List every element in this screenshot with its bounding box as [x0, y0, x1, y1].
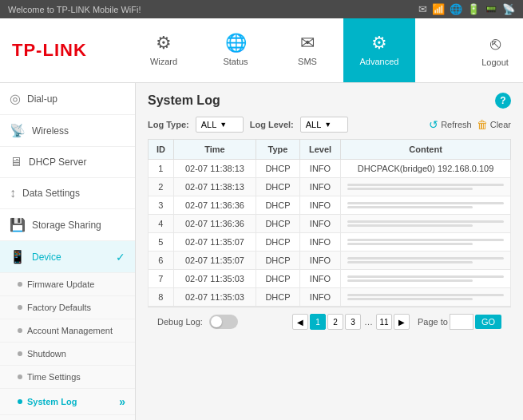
debug-log-toggle[interactable]: [209, 315, 238, 329]
content-placeholder: [347, 275, 504, 282]
wizard-icon: ⚙: [156, 33, 172, 53]
dial-up-icon: ◎: [10, 91, 21, 106]
tab-status[interactable]: 🌐 Status: [200, 18, 271, 82]
cell-content: [341, 270, 511, 288]
cell-id: 8: [149, 288, 174, 307]
cell-level: INFO: [299, 160, 340, 178]
sidebar-item-storage-sharing[interactable]: 💾 Storage Sharing: [0, 209, 135, 241]
content-placeholder: [347, 202, 504, 208]
cell-level: INFO: [299, 196, 340, 215]
sidebar-label-dial-up: Dial-up: [27, 93, 57, 105]
log-level-dropdown-icon: ▼: [324, 121, 331, 129]
cell-level: INFO: [299, 178, 340, 196]
sidebar-item-about-device[interactable]: About Device: [0, 415, 135, 420]
cell-content: [341, 233, 511, 252]
tab-wizard[interactable]: ⚙ Wizard: [128, 18, 200, 82]
sidebar-item-dial-up[interactable]: ◎ Dial-up: [0, 83, 135, 115]
time-settings-label: Time Settings: [27, 372, 81, 382]
top-bar-title: Welcome to TP-LINK Mobile WiFi!: [8, 5, 141, 14]
next-page-button[interactable]: ▶: [394, 314, 410, 330]
content-placeholder: [347, 257, 504, 263]
cell-content: [341, 288, 511, 307]
page-3-button[interactable]: 3: [345, 314, 361, 330]
clear-button[interactable]: 🗑 Clear: [477, 118, 511, 131]
go-button[interactable]: GO: [475, 315, 501, 329]
sidebar-item-time-settings[interactable]: Time Settings: [0, 366, 135, 389]
col-header-level: Level: [299, 140, 340, 160]
table-row: 502-07 11:35:07DHCPINFO: [149, 233, 511, 252]
placeholder-line-2: [347, 188, 473, 190]
prev-page-button[interactable]: ◀: [292, 314, 308, 330]
data-settings-icon: ↕: [10, 186, 16, 200]
cell-type: DHCP: [256, 288, 300, 307]
account-management-label: Account Management: [27, 326, 113, 335]
wireless-icon: 📡: [10, 123, 26, 138]
cell-level: INFO: [299, 270, 340, 288]
refresh-label: Refresh: [441, 120, 472, 129]
cell-id: 3: [149, 196, 174, 215]
cell-time: 02-07 11:35:03: [173, 288, 256, 307]
cell-content: [341, 178, 511, 196]
sidebar-item-data-settings[interactable]: ↕ Data Settings: [0, 178, 135, 209]
table-row: 102-07 11:38:13DHCPINFODHCPACK(bridge0) …: [149, 160, 511, 178]
email-icon: ✉: [418, 3, 427, 15]
content-header: System Log ?: [148, 93, 511, 109]
logo: TP-LINK: [12, 40, 87, 61]
bottom-bar: Debug Log: ◀ 1 2 3 … 11 ▶ Page to GO: [148, 307, 511, 336]
page-11-button[interactable]: 11: [376, 314, 392, 330]
tab-sms[interactable]: ✉ SMS: [271, 18, 343, 82]
sim-icon: 📟: [485, 3, 497, 15]
logout-button[interactable]: ⎋ Logout: [467, 26, 523, 75]
cell-id: 7: [149, 270, 174, 288]
sidebar: ◎ Dial-up 📡 Wireless 🖥 DHCP Server ↕ Dat…: [0, 83, 136, 420]
log-type-select[interactable]: ALL ▼: [196, 117, 244, 133]
help-icon[interactable]: ?: [495, 93, 511, 109]
placeholder-line-2: [347, 261, 473, 263]
sidebar-item-account-management[interactable]: Account Management: [0, 319, 135, 343]
main-layout: ◎ Dial-up 📡 Wireless 🖥 DHCP Server ↕ Dat…: [0, 83, 523, 420]
device-check-icon: ✓: [116, 251, 125, 263]
cell-level: INFO: [299, 288, 340, 307]
log-level-select[interactable]: ALL ▼: [300, 117, 348, 133]
cell-id: 2: [149, 178, 174, 196]
cell-type: DHCP: [256, 196, 300, 215]
placeholder-line-2: [347, 298, 473, 300]
sidebar-item-device[interactable]: 📱 Device ✓: [0, 241, 135, 273]
page-input[interactable]: [450, 314, 473, 330]
col-header-id: ID: [149, 140, 174, 160]
page-2-button[interactable]: 2: [327, 314, 343, 330]
sidebar-item-shutdown[interactable]: Shutdown: [0, 343, 135, 366]
cell-time: 02-07 11:38:13: [173, 160, 256, 178]
sidebar-label-data-settings: Data Settings: [22, 188, 80, 199]
refresh-button[interactable]: ↺ Refresh: [429, 118, 472, 131]
sidebar-item-wireless[interactable]: 📡 Wireless: [0, 115, 135, 147]
sidebar-item-dhcp[interactable]: 🖥 DHCP Server: [0, 147, 135, 178]
dot-system-log: [18, 399, 22, 404]
cell-time: 02-07 11:35:07: [173, 233, 256, 252]
factory-defaults-label: Factory Defaults: [27, 303, 91, 312]
tab-advanced[interactable]: ⚙ Advanced: [343, 18, 415, 82]
storage-sharing-icon: 💾: [10, 217, 26, 232]
dot-factory-defaults: [18, 305, 22, 310]
cell-content: [341, 196, 511, 215]
sidebar-item-factory-defaults[interactable]: Factory Defaults: [0, 296, 135, 319]
cell-type: DHCP: [256, 178, 300, 196]
sidebar-item-system-log[interactable]: System Log »: [0, 389, 135, 415]
col-header-type: Type: [256, 140, 300, 160]
log-type-dropdown-icon: ▼: [220, 121, 227, 129]
logo-area: TP-LINK: [0, 32, 128, 69]
log-level-value: ALL: [306, 120, 322, 129]
cell-type: DHCP: [256, 252, 300, 270]
toggle-knob: [211, 316, 222, 327]
placeholder-line-2: [347, 206, 473, 208]
page-1-button[interactable]: 1: [310, 314, 326, 330]
wifi-icon: 📡: [502, 3, 515, 15]
cell-content: DHCPACK(bridge0) 192.168.0.109: [341, 160, 511, 178]
content-placeholder: [347, 184, 504, 190]
tab-sms-label: SMS: [298, 57, 317, 66]
placeholder-line-1: [347, 202, 504, 204]
sidebar-item-firmware-update[interactable]: Firmware Update: [0, 273, 135, 296]
content-placeholder: [347, 294, 504, 300]
signal-icon: 📶: [432, 3, 445, 15]
cell-id: 4: [149, 215, 174, 233]
